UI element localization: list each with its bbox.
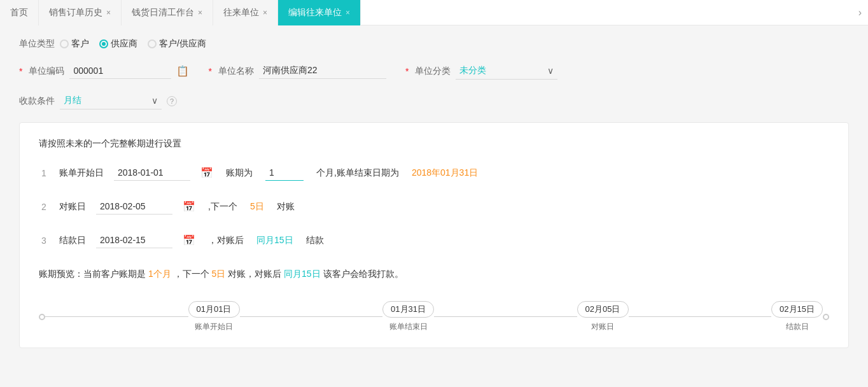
period-value-input[interactable] bbox=[265, 165, 304, 181]
radio-group-unit-type: 客户 供应商 客户/供应商 bbox=[60, 38, 206, 50]
tab-edit-partner-unit-close[interactable]: × bbox=[346, 9, 350, 17]
radio-both[interactable]: 客户/供应商 bbox=[148, 38, 206, 50]
radio-supplier[interactable]: 供应商 bbox=[99, 38, 137, 50]
payment-terms-group: 收款条件 月结 ∨ ? bbox=[19, 92, 177, 109]
recon-date-calendar-icon[interactable]: 📅 bbox=[183, 201, 195, 213]
setting-row-1: 1 账单开始日 📅 账期为 个月,账单结束日期为 2018年01月31日 bbox=[39, 165, 829, 181]
settle-date-label: 结款日 bbox=[59, 235, 86, 246]
unit-name-group: * 单位名称 bbox=[208, 63, 386, 79]
start-date-calendar-icon[interactable]: 📅 bbox=[200, 167, 213, 179]
radio-customer-circle bbox=[60, 39, 69, 48]
unit-type-group: 单位类型 客户 供应商 客户/供应商 bbox=[19, 38, 206, 50]
payment-terms-help-icon[interactable]: ? bbox=[167, 96, 177, 106]
preview-part4: 对账，对账后 bbox=[228, 269, 281, 279]
step-3-num: 3 bbox=[39, 236, 49, 246]
recon-date-label: 对账日 bbox=[59, 201, 86, 213]
payment-terms-row: 收款条件 月结 ∨ ? bbox=[19, 92, 849, 109]
unit-code-label: 单位编码 bbox=[29, 66, 64, 77]
settle-date-calendar-icon[interactable]: 📅 bbox=[183, 234, 195, 246]
tab-cash-goods-workbench-label: 钱货日清工作台 bbox=[132, 7, 194, 18]
tab-sales-order-history-close[interactable]: × bbox=[106, 9, 111, 17]
timeline-line-1 bbox=[45, 316, 188, 317]
start-date-label: 账单开始日 bbox=[59, 167, 104, 179]
settle-suffix-teal: 同月15日 bbox=[256, 235, 293, 246]
preview-part1: 1个月 bbox=[148, 269, 171, 279]
radio-customer[interactable]: 客户 bbox=[60, 38, 89, 50]
unit-name-label: 单位名称 bbox=[218, 66, 254, 77]
timeline-start-dot bbox=[39, 314, 45, 320]
tab-partner-units-close[interactable]: × bbox=[263, 9, 267, 17]
tabs-bar: 首页 销售订单历史 × 钱货日清工作台 × 往来单位 × 编辑往来单位 × › bbox=[0, 0, 868, 25]
unit-category-label: 单位分类 bbox=[415, 66, 451, 77]
recon-suffix-after: 对账 bbox=[277, 201, 295, 213]
timeline: 01月01日 账单开始日 01月31日 账单结束日 02月05日 对账日 02月… bbox=[39, 295, 829, 332]
unit-category-group: * 单位分类 未分类 ∨ bbox=[405, 62, 557, 80]
preview-part5: 同月15日 bbox=[284, 269, 321, 279]
payment-terms-arrow-icon: ∨ bbox=[151, 95, 158, 106]
tab-home[interactable]: 首页 bbox=[0, 0, 39, 25]
unit-category-arrow-icon: ∨ bbox=[547, 66, 554, 76]
settle-date-input[interactable] bbox=[96, 232, 172, 248]
preview-part3: 5日 bbox=[211, 269, 225, 279]
settle-suffix-prefix: ，对账后 bbox=[208, 235, 244, 246]
unit-type-label: 单位类型 bbox=[19, 38, 55, 50]
timeline-node-1-date: 01月01日 bbox=[188, 301, 240, 318]
main-content: 单位类型 客户 供应商 客户/供应商 * 单位编码 bbox=[0, 25, 868, 382]
preview-prefix: 账期预览：当前客户账期是 bbox=[39, 269, 146, 279]
tabs-arrow[interactable]: › bbox=[852, 7, 868, 18]
radio-supplier-circle bbox=[99, 39, 108, 48]
timeline-node-4: 02月15日 结款日 bbox=[771, 301, 823, 332]
preview-part6: 该客户会给我打款。 bbox=[323, 269, 403, 279]
tab-partner-units[interactable]: 往来单位 × bbox=[213, 0, 278, 25]
setting-row-3: 3 结款日 📅 ，对账后 同月15日 结款 bbox=[39, 232, 829, 248]
card-title: 请按照未来的一个完整帐期进行设置 bbox=[39, 138, 829, 150]
start-date-input[interactable] bbox=[114, 165, 190, 181]
tab-edit-partner-unit[interactable]: 编辑往来单位 × bbox=[278, 0, 361, 25]
preview-section: 账期预览：当前客户账期是 1个月 ，下一个 5日 对账，对账后 同月15日 该客… bbox=[39, 266, 829, 282]
unit-code-calendar-icon[interactable]: 📋 bbox=[176, 65, 189, 77]
timeline-node-2: 01月31日 账单结束日 bbox=[382, 301, 434, 332]
unit-category-select[interactable]: 未分类 ∨ bbox=[456, 62, 557, 80]
preview-part2: ，下一个 bbox=[174, 269, 209, 279]
timeline-line-4 bbox=[629, 316, 772, 317]
timeline-node-4-label: 结款日 bbox=[786, 321, 809, 332]
payment-terms-label: 收款条件 bbox=[19, 95, 55, 107]
timeline-end-dot bbox=[823, 314, 829, 320]
setting-row-2: 2 对账日 📅 ,下一个 5日 对账 bbox=[39, 199, 829, 215]
settle-suffix-after: 结款 bbox=[306, 235, 324, 246]
timeline-node-3-label: 对账日 bbox=[591, 321, 614, 332]
timeline-line-3 bbox=[434, 316, 577, 317]
period-end-date: 2018年01月31日 bbox=[412, 167, 478, 179]
radio-both-label: 客户/供应商 bbox=[159, 38, 206, 50]
period-label: 账期为 bbox=[226, 167, 253, 179]
recon-suffix-prefix: ,下一个 bbox=[208, 201, 237, 213]
timeline-node-1-label: 账单开始日 bbox=[195, 321, 233, 332]
tab-cash-goods-workbench[interactable]: 钱货日清工作台 × bbox=[122, 0, 213, 25]
unit-type-row: 单位类型 客户 供应商 客户/供应商 bbox=[19, 38, 849, 50]
radio-supplier-label: 供应商 bbox=[111, 38, 137, 50]
settings-card: 请按照未来的一个完整帐期进行设置 1 账单开始日 📅 账期为 个月,账单结束日期… bbox=[19, 122, 849, 348]
timeline-node-3-date: 02月05日 bbox=[577, 301, 629, 318]
payment-terms-select[interactable]: 月结 ∨ bbox=[60, 92, 162, 109]
unit-code-star: * bbox=[19, 66, 22, 76]
unit-name-star: * bbox=[208, 66, 211, 76]
step-1-num: 1 bbox=[39, 168, 49, 178]
timeline-node-3: 02月05日 对账日 bbox=[577, 301, 629, 332]
step-2-num: 2 bbox=[39, 202, 49, 212]
tab-sales-order-history[interactable]: 销售订单历史 × bbox=[39, 0, 122, 25]
timeline-node-1: 01月01日 账单开始日 bbox=[188, 301, 240, 332]
timeline-node-2-label: 账单结束日 bbox=[389, 321, 428, 332]
recon-date-input[interactable] bbox=[96, 199, 172, 215]
radio-customer-label: 客户 bbox=[71, 38, 89, 50]
unit-name-input[interactable] bbox=[259, 63, 386, 79]
unit-code-group: * 单位编码 📋 bbox=[19, 63, 189, 79]
period-suffix: 个月,账单结束日期为 bbox=[316, 167, 399, 179]
unit-code-input[interactable] bbox=[69, 63, 171, 79]
tab-edit-partner-unit-label: 编辑往来单位 bbox=[288, 7, 342, 18]
unit-category-star: * bbox=[405, 66, 409, 76]
timeline-node-2-date: 01月31日 bbox=[382, 301, 434, 318]
tab-partner-units-label: 往来单位 bbox=[223, 7, 259, 18]
unit-category-value: 未分类 bbox=[459, 65, 543, 76]
tab-cash-goods-workbench-close[interactable]: × bbox=[198, 9, 202, 17]
tab-sales-order-history-label: 销售订单历史 bbox=[49, 7, 102, 18]
